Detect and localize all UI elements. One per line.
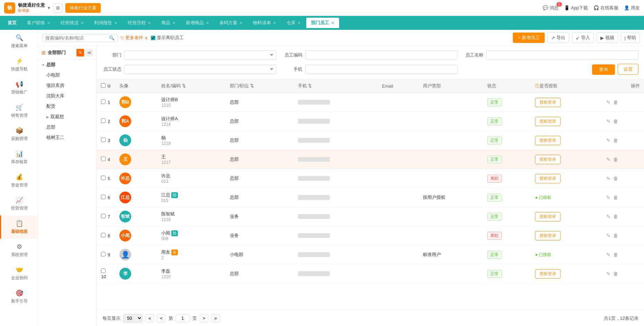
select-all-checkbox[interactable] (101, 83, 106, 88)
message-btn[interactable]: 💬 消息 5 (543, 5, 559, 11)
view-btn[interactable]: ▶ 视频 (597, 33, 618, 43)
edit-btn[interactable]: ✎ (606, 157, 610, 162)
logo-dropdown-btn[interactable]: ▾ (48, 5, 50, 10)
close-icon[interactable]: ✕ (114, 21, 117, 25)
page-size-select[interactable]: 50 20 100 (123, 314, 143, 323)
online-service-btn[interactable]: 🎧 在线客服 (593, 5, 618, 11)
close-icon[interactable]: ✕ (331, 21, 334, 25)
tab-customer[interactable]: 客户联络 ✕ (22, 18, 55, 28)
dept-node-electronics[interactable]: 小电部 (38, 70, 97, 80)
sidebar-item-nav[interactable]: ⚡ 快捷导航 (0, 53, 38, 76)
tab-add-goods[interactable]: 新增商品 ✕ (181, 18, 214, 28)
col-phone[interactable]: 手机 ⇅ (294, 79, 378, 93)
delete-btn[interactable]: 🗑 (613, 271, 618, 276)
filter-phone-input[interactable] (305, 65, 457, 74)
dept-node-shenyang[interactable]: 沈阳大库 (38, 91, 97, 101)
close-icon[interactable]: ✕ (81, 21, 84, 25)
edit-btn[interactable]: ✎ (606, 214, 610, 219)
page-input[interactable] (176, 314, 190, 322)
search-submit-icon[interactable]: 🔍 (109, 35, 115, 41)
settings-col-icon[interactable]: ⚙ (107, 83, 111, 89)
tab-business[interactable]: 经营情况 ✕ (56, 18, 89, 28)
auth-btn[interactable]: 授权登录 (535, 212, 561, 221)
delete-btn[interactable]: 🗑 (613, 99, 618, 105)
delete-btn[interactable]: 🗑 (613, 157, 618, 162)
close-icon[interactable]: ✕ (298, 21, 301, 25)
sidebar-item-finance[interactable]: 💰 资金管理 (0, 169, 38, 192)
tab-department[interactable]: 部门员工 ✕ (306, 18, 339, 28)
filter-status-select[interactable] (124, 65, 276, 74)
last-page-btn[interactable]: » (211, 314, 220, 322)
edit-btn[interactable]: ✎ (606, 271, 610, 276)
more-filter-btn[interactable]: ▽ 更多条件 ∧ (120, 35, 148, 41)
auth-btn[interactable]: 授权登录 (535, 174, 561, 183)
sidebar-item-business-mgmt[interactable]: 📈 经营管理 (0, 192, 38, 215)
close-icon[interactable]: ✕ (206, 21, 209, 25)
tab-history[interactable]: 经营历程 ✕ (123, 18, 156, 28)
add-employee-btn[interactable]: + 新增员工 (513, 33, 544, 43)
row-checkbox[interactable] (101, 252, 106, 256)
tab-home[interactable]: 首页 (3, 18, 21, 28)
tab-warehouse[interactable]: 仓库 ✕ (282, 18, 306, 28)
row-checkbox[interactable] (101, 99, 106, 104)
settings-icon-btn[interactable]: ⚙ (53, 3, 63, 13)
experience-btn[interactable]: 体验行业方案 (65, 3, 101, 13)
help-btn[interactable]: | 帮助 (621, 33, 640, 43)
first-page-btn[interactable]: « (145, 314, 154, 322)
row-checkbox[interactable] (101, 268, 106, 273)
row-checkbox[interactable] (101, 118, 106, 123)
row-checkbox[interactable] (101, 176, 106, 180)
app-download-btn[interactable]: 📱 App下载 (564, 5, 588, 11)
dept-node-distribution[interactable]: 配货 (38, 101, 97, 112)
dept-node-headquarters[interactable]: 总部 (38, 122, 97, 132)
edit-btn[interactable]: ✎ (606, 99, 610, 105)
sidebar-item-system[interactable]: ⚙ 系统管理 (0, 239, 38, 262)
user-avatar[interactable]: 👤 用友 (624, 5, 640, 11)
sidebar-item-inventory[interactable]: 📊 库存核算 (0, 146, 38, 169)
sidebar-item-marketing[interactable]: 📢 营销推广 (0, 76, 38, 99)
edit-btn[interactable]: ✎ (606, 118, 610, 124)
edit-btn[interactable]: ✎ (606, 176, 610, 181)
filter-dept-select[interactable] (124, 50, 276, 60)
auth-btn[interactable]: 授权登录 (535, 231, 561, 240)
close-icon[interactable]: ✕ (148, 21, 151, 25)
dept-edit-btn[interactable]: ✎ (76, 49, 84, 56)
search-input[interactable] (45, 35, 108, 41)
close-icon[interactable]: ✕ (273, 21, 276, 25)
dept-node-shuanting[interactable]: ▶ 双庭想 (38, 112, 97, 122)
show-resigned-checkbox[interactable] (151, 36, 155, 40)
filter-name-input[interactable] (486, 50, 638, 60)
delete-btn[interactable]: 🗑 (613, 118, 618, 124)
close-icon[interactable]: ✕ (239, 21, 243, 25)
auth-btn[interactable]: 授权登录 (535, 98, 561, 107)
import-btn[interactable]: ↙ 导入 (572, 33, 594, 43)
delete-btn[interactable]: 🗑 (613, 176, 618, 181)
dept-collapse-btn[interactable]: ≪ (85, 49, 93, 56)
delete-btn[interactable]: 🗑 (613, 138, 618, 143)
next-page-btn[interactable]: > (200, 314, 209, 322)
col-dept[interactable]: 部门/职位 ⇅ (226, 79, 294, 93)
tab-profit[interactable]: 利润报告 ✕ (89, 18, 122, 28)
close-icon[interactable]: ✕ (172, 21, 175, 25)
edit-btn[interactable]: ✎ (606, 195, 610, 200)
auth-btn[interactable]: 授权登录 (535, 155, 561, 164)
export-btn[interactable]: ↗ 导出 (547, 33, 569, 43)
prev-page-btn[interactable]: < (157, 314, 166, 322)
row-checkbox[interactable] (101, 157, 106, 161)
reset-btn[interactable]: 设置 (618, 64, 638, 75)
edit-btn[interactable]: ✎ (606, 252, 610, 257)
query-btn[interactable]: 查询 (592, 64, 615, 75)
row-checkbox[interactable] (101, 233, 106, 237)
delete-btn[interactable]: 🗑 (613, 233, 618, 238)
tab-barcode[interactable]: 条码方案 ✕ (215, 18, 247, 28)
close-icon[interactable]: ✕ (47, 21, 50, 25)
sidebar-item-collab[interactable]: 🤝 企业协同 (0, 262, 38, 285)
auth-btn[interactable]: 授权登录 (535, 136, 561, 145)
tab-bom[interactable]: 物料清单 ✕ (248, 18, 281, 28)
edit-btn[interactable]: ✎ (606, 138, 610, 143)
dept-node-headquarters-parent[interactable]: ▼ 总部 (38, 60, 97, 70)
delete-btn[interactable]: 🗑 (613, 252, 618, 257)
dept-node-project-warehouse[interactable]: 项目库房 (38, 80, 97, 91)
tab-goods[interactable]: 商品 ✕ (156, 18, 180, 28)
col-name[interactable]: 姓名/编码 ⇅ (157, 79, 225, 93)
